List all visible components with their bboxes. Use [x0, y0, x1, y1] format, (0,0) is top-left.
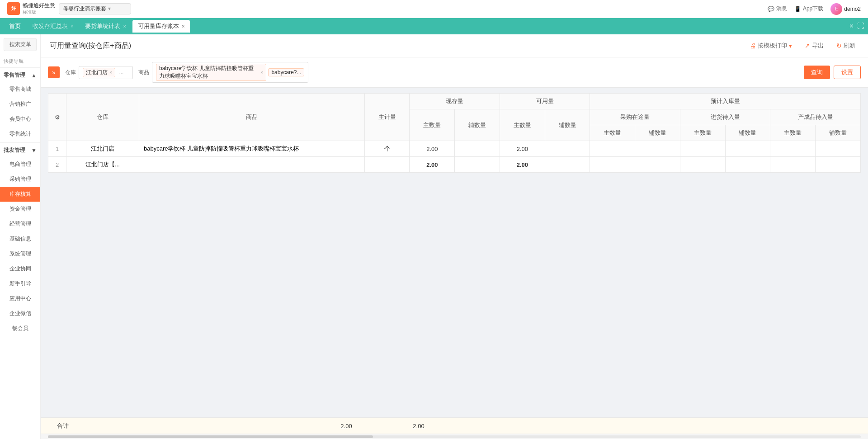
user-avatar: E [830, 3, 842, 15]
row-finished-aux [816, 157, 861, 173]
logo-area: 好 畅捷通好生意 标准版 [7, 2, 55, 15]
purchase-label: 采购管理 [9, 175, 31, 183]
row-incoming-main [680, 157, 725, 173]
retail-stats-label: 零售统计 [9, 130, 31, 138]
sidebar-item-newbie[interactable]: 新手引导 [0, 276, 40, 291]
available-tab-close[interactable]: × [182, 24, 184, 29]
top-bar-left: 好 畅捷通好生意 标准版 母婴行业演示账套 ▾ [7, 2, 131, 15]
sidebar-item-ecommerce[interactable]: 电商管理 [0, 157, 40, 172]
user-area[interactable]: E demo2 [830, 3, 861, 15]
row-finished-main [770, 141, 816, 157]
app-download-label: App下载 [803, 5, 823, 13]
export-label: 导出 [812, 42, 824, 50]
industry-selector[interactable]: 母婴行业演示账套 ▾ [59, 3, 131, 14]
sidebar-item-basics[interactable]: 基础信息 [0, 231, 40, 246]
sidebar-item-operations[interactable]: 经营管理 [0, 217, 40, 231]
sidebar-item-apps[interactable]: 应用中心 [0, 291, 40, 306]
top-bar: 好 畅捷通好生意 标准版 母婴行业演示账套 ▾ 💬 消息 📱 App下载 E d… [0, 0, 868, 18]
tab-orders[interactable]: 要货单统计表 × [80, 20, 131, 33]
warehouse-filter-more[interactable]: ... [117, 69, 125, 76]
sidebar-item-vip[interactable]: 畅会员 [0, 321, 40, 336]
orders-tab-label: 要货单统计表 [85, 22, 120, 30]
row-warehouse: 江北门店 [66, 141, 139, 157]
newbie-label: 新手引导 [9, 280, 31, 288]
sidebar-item-enterprise[interactable]: 企业协同 [0, 261, 40, 276]
row-finished-aux [816, 141, 861, 157]
industry-label: 母婴行业演示账套 [63, 5, 106, 13]
product-tag-1-value: babycare学饮杯 儿童防摔防撞吸管杯重力球吸嘴杯宝宝水杯 [159, 65, 259, 80]
table-footer: 合计 2.00 2.00 [41, 417, 868, 434]
purchase-aux-header: 辅数量 [635, 125, 680, 141]
row-current-main: 2.00 [410, 141, 455, 157]
row-available-aux [545, 157, 590, 173]
setting-button[interactable]: 设置 [834, 66, 861, 79]
sidebar-item-wholesale-mgmt[interactable]: 批发管理 ▼ [0, 144, 40, 157]
print-button[interactable]: 🖨 按模板打印 ▾ [746, 40, 796, 52]
tab-available[interactable]: 可用量库存账本 × [132, 20, 190, 33]
export-icon: ↗ [805, 42, 810, 49]
export-button[interactable]: ↗ 导出 [801, 40, 827, 52]
row-main-unit: 个 [364, 141, 410, 157]
incoming-aux-header: 辅数量 [725, 125, 770, 141]
sidebar-item-finance[interactable]: 资金管理 [0, 202, 40, 217]
warehouse-tag-close[interactable]: × [109, 70, 112, 75]
sidebar-item-marketing[interactable]: 营销推广 [0, 97, 40, 112]
table-row: 1 江北门店 babycare学饮杯 儿童防摔防撞吸管杯重力球吸嘴杯宝宝水杯 个… [48, 141, 861, 157]
sidebar-item-retail-mall[interactable]: 零售商城 [0, 82, 40, 97]
product-tag-2-value: babycare?... [271, 69, 301, 76]
finished-goods-header: 产成品待入量 [770, 109, 861, 125]
tab-close-all-button[interactable]: × [849, 22, 854, 30]
refresh-button[interactable]: ↻ 刷新 [833, 40, 859, 52]
message-icon: 💬 [768, 6, 774, 12]
warehouse-input[interactable]: 江北门店 × ... [79, 66, 133, 79]
app-download-button[interactable]: 📱 App下载 [794, 5, 823, 13]
home-tab-label: 首页 [9, 22, 21, 30]
sidebar-item-wechat[interactable]: 企业微信 [0, 306, 40, 321]
wechat-label: 企业微信 [9, 310, 31, 317]
receipts-tab-close[interactable]: × [71, 24, 73, 29]
page-header: 可用量查询(按仓库+商品) 🖨 按模板打印 ▾ ↗ 导出 ↻ 刷新 [41, 34, 868, 57]
sidebar-nav-label[interactable]: 快捷导航 [0, 55, 40, 66]
basics-label: 基础信息 [9, 235, 31, 243]
sidebar-item-inventory[interactable]: 库存核算 [0, 187, 40, 202]
search-menu-button[interactable]: 搜索菜单 [4, 38, 37, 51]
table-row: 2 江北门店【... 2.00 2.00 [48, 157, 861, 173]
row-finished-main [770, 157, 816, 173]
footer-label: 合计 [48, 422, 328, 430]
receipts-tab-label: 收发存汇总表 [33, 22, 68, 30]
incoming-main-header: 主数量 [680, 125, 725, 141]
sidebar-item-members[interactable]: 会员中心 [0, 112, 40, 127]
current-stock-group-header: 现存量 [410, 94, 500, 109]
tab-home[interactable]: 首页 [4, 20, 26, 33]
retail-mall-label: 零售商城 [9, 85, 31, 93]
horizontal-scrollbar[interactable] [48, 435, 861, 438]
finance-label: 资金管理 [9, 205, 31, 213]
sidebar-item-retail-mgmt[interactable]: 零售管理 ▲ [0, 69, 40, 82]
current-aux-qty-header: 辅数量 [455, 109, 500, 141]
logo-text-area: 畅捷通好生意 标准版 [23, 2, 55, 15]
sidebar-item-purchase[interactable]: 采购管理 [0, 172, 40, 187]
purchase-in-transit-header: 采购在途量 [590, 109, 680, 125]
settings-col-header[interactable]: ⚙ [48, 94, 66, 141]
retail-mgmt-label: 零售管理 [4, 71, 25, 79]
sidebar-item-system[interactable]: 系统管理 [0, 246, 40, 261]
query-button[interactable]: 查询 [804, 66, 830, 79]
product-input[interactable]: babycare学饮杯 儿童防摔防撞吸管杯重力球吸嘴杯宝宝水杯 × babyca… [152, 62, 308, 83]
product-tag-1-close[interactable]: × [260, 70, 263, 75]
table-container: ⚙ 仓库 商品 主计量 现存量 可用量 预计入库量 主数量 辅数量 主数量 辅数… [41, 88, 868, 417]
ecommerce-label: 电商管理 [9, 160, 31, 168]
tab-receipts[interactable]: 收发存汇总表 × [27, 20, 79, 33]
expand-icon: » [52, 69, 56, 76]
available-group-header: 可用量 [500, 94, 590, 109]
scroll-area [41, 434, 868, 439]
orders-tab-close[interactable]: × [123, 24, 126, 29]
product-filter-label: 商品 [138, 69, 149, 76]
message-button[interactable]: 💬 消息 [768, 5, 787, 13]
filter-expand-button[interactable]: » [48, 66, 60, 78]
tab-expand-button[interactable]: ⛶ [857, 22, 864, 30]
sidebar-divider-1 [0, 67, 40, 68]
sidebar-item-retail-stats[interactable]: 零售统计 [0, 127, 40, 142]
scroll-thumb[interactable] [48, 435, 373, 438]
row-current-aux [455, 141, 500, 157]
download-icon: 📱 [794, 6, 801, 12]
